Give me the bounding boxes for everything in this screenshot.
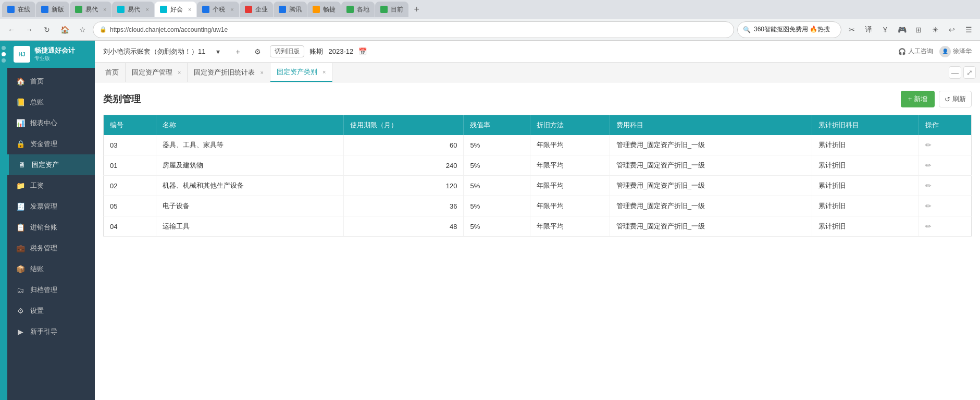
browser-tab-label-enterprise: 企业: [255, 5, 268, 14]
browser-tab-label-new: 新版: [52, 5, 64, 14]
tab-close-asset-category[interactable]: ×: [322, 69, 326, 75]
cell-accumulated-0: 累计折旧: [812, 135, 919, 155]
cell-id-1[interactable]: 01: [104, 155, 156, 176]
cell-action-1[interactable]: ✏: [919, 155, 971, 176]
url-text: https://cloud.chanjet.com/accounting/uw1…: [110, 26, 727, 33]
cell-action-0[interactable]: ✏: [919, 135, 971, 155]
browser-tab-tencent[interactable]: 腾讯: [274, 2, 307, 17]
browser-tab-haohui[interactable]: 好会 ×: [155, 2, 196, 17]
extensions-icon[interactable]: ✂: [845, 22, 859, 37]
browser-tab-close-haohui[interactable]: ×: [188, 6, 191, 13]
user-info-btn[interactable]: 👤 徐泽华: [939, 46, 972, 57]
brightness-icon[interactable]: ☀: [928, 22, 942, 37]
tab-depreciation-stats[interactable]: 固定资产折旧统计表 ×: [188, 63, 270, 82]
table-row: 01 房屋及建筑物 240 5% 年限平均 管理费用_固定资产折旧_一级 累计折…: [104, 155, 972, 176]
browser-tab-close-yidai2[interactable]: ×: [145, 6, 148, 13]
edit-btn-1[interactable]: ✏: [925, 161, 932, 169]
refresh-btn[interactable]: ↺ 刷新: [939, 91, 972, 107]
browser-toolbar-icons: ✂ 译 ¥ 🎮 ⊞ ☀ ↩ ☰: [845, 22, 976, 37]
tab-close-depreciation-stats[interactable]: ×: [260, 69, 263, 76]
browser-tab-enterprise[interactable]: 企业: [240, 2, 273, 17]
tab-minimize-btn[interactable]: —: [949, 66, 961, 79]
forward-button[interactable]: →: [22, 22, 36, 37]
browser-tab-yidai2[interactable]: 易代 ×: [112, 2, 154, 17]
sidebar-item-settings[interactable]: ⚙ 设置: [7, 300, 95, 321]
tab-home[interactable]: 首页: [99, 63, 126, 82]
browser-tab-close-yidai1[interactable]: ×: [103, 6, 106, 13]
cell-action-3[interactable]: ✏: [919, 196, 971, 216]
back-button[interactable]: ←: [4, 22, 19, 37]
browser-tab-tax[interactable]: 个税 ×: [197, 2, 239, 17]
edit-btn-3[interactable]: ✏: [925, 202, 932, 210]
sidebar-item-guide[interactable]: ▶ 新手引导: [7, 321, 95, 342]
sidebar-item-ledger[interactable]: 📒 总账: [7, 92, 95, 113]
browser-tab-online[interactable]: 在线: [2, 2, 35, 17]
col-header-residual-rate: 残值率: [464, 115, 530, 136]
browser-tab-label-yidai2: 易代: [128, 5, 140, 14]
cell-id-3[interactable]: 05: [104, 196, 156, 216]
switch-version-btn[interactable]: 切到旧版: [270, 45, 304, 57]
edit-btn-0[interactable]: ✏: [925, 141, 932, 149]
ledger-icon: 📒: [16, 98, 25, 107]
edit-btn-4[interactable]: ✏: [925, 222, 932, 231]
cell-action-2[interactable]: ✏: [919, 176, 971, 196]
inventory-icon: 📋: [16, 223, 25, 232]
cell-useful-life-1: 240: [343, 155, 463, 176]
left-dot-2: [2, 52, 6, 56]
cell-name-1: 房屋及建筑物: [156, 155, 344, 176]
account-dropdown-btn[interactable]: ▾: [210, 44, 225, 59]
add-btn[interactable]: + 新增: [901, 91, 935, 107]
sidebar-item-inventory[interactable]: 📋 进销台账: [7, 217, 95, 238]
reports-icon: 📊: [16, 118, 25, 128]
browser-tab-gedi[interactable]: 各地: [341, 2, 375, 17]
tab-asset-category-label: 固定资产类别: [277, 67, 317, 77]
browser-tab-changjie[interactable]: 畅捷: [307, 2, 341, 17]
sidebar-item-fixed-assets[interactable]: 🖥 固定资产: [7, 154, 95, 175]
browser-tab-yidai1[interactable]: 易代 ×: [70, 2, 111, 17]
cell-id-2[interactable]: 02: [104, 176, 156, 196]
tab-expand-btn[interactable]: ⤢: [963, 66, 976, 79]
edit-btn-2[interactable]: ✏: [925, 181, 932, 190]
undo-icon[interactable]: ↩: [945, 22, 959, 37]
settings-gear-btn[interactable]: ⚙: [250, 44, 265, 59]
customer-service-btn[interactable]: 🎧 人工咨询: [898, 47, 933, 56]
sidebar-item-funds[interactable]: 🔒 资金管理: [7, 134, 95, 154]
translate-icon[interactable]: 译: [861, 22, 876, 37]
url-bar[interactable]: 🔒 https://cloud.chanjet.com/accounting/u…: [93, 21, 734, 38]
bookmark-button[interactable]: ☆: [75, 22, 90, 37]
sidebar-item-home[interactable]: 🏠 首页: [7, 71, 95, 92]
home-button[interactable]: 🏠: [57, 22, 72, 37]
tab-fixed-assets-mgmt[interactable]: 固定资产管理 ×: [126, 63, 188, 82]
col-header-useful-life: 使用期限（月）: [343, 115, 463, 136]
search-bar[interactable]: 🔍 360智能抠图免费用 🔥热搜: [737, 21, 841, 38]
browser-tab-close-tax[interactable]: ×: [230, 6, 233, 13]
cell-action-4[interactable]: ✏: [919, 216, 971, 237]
tab-favicon-gedi: [346, 6, 354, 13]
sidebar-item-tax[interactable]: 💼 税务管理: [7, 238, 95, 259]
grid-icon[interactable]: ⊞: [911, 22, 926, 37]
sidebar-item-reports[interactable]: 📊 报表中心: [7, 113, 95, 134]
sidebar-item-payroll[interactable]: 📁 工资: [7, 175, 95, 196]
browser-tab-new[interactable]: 新版: [36, 2, 69, 17]
sidebar-item-invoice[interactable]: 🧾 发票管理: [7, 196, 95, 217]
tab-favicon-changjie: [313, 6, 320, 13]
reload-button[interactable]: ↻: [40, 22, 54, 37]
calendar-icon[interactable]: 📅: [358, 47, 367, 55]
cell-id-4[interactable]: 04: [104, 216, 156, 237]
sidebar-item-archive[interactable]: 🗂 归档管理: [7, 280, 95, 300]
table-header-row: 编号 名称 使用期限（月） 残值率 折旧方法 费用科目 累计折旧科目 操作: [104, 115, 972, 136]
cell-residual-rate-2: 5%: [464, 176, 530, 196]
browser-tab-muqian[interactable]: 目前: [375, 2, 408, 17]
tab-close-fixed-assets-mgmt[interactable]: ×: [178, 69, 181, 76]
currency-icon[interactable]: ¥: [878, 22, 892, 37]
cell-residual-rate-3: 5%: [464, 196, 530, 216]
cell-name-0: 器具、工具、家具等: [156, 135, 344, 155]
sidebar-item-settle[interactable]: 📦 结账: [7, 259, 95, 280]
tab-asset-category[interactable]: 固定资产类别 ×: [270, 63, 332, 82]
page-tabs: 首页 固定资产管理 × 固定资产折旧统计表 × 固定资产类别 × — ⤢: [95, 63, 980, 82]
browser-new-tab-btn[interactable]: +: [409, 2, 425, 17]
menu-icon[interactable]: ☰: [961, 22, 976, 37]
game-icon[interactable]: 🎮: [895, 22, 909, 37]
cell-id-0[interactable]: 03: [104, 135, 156, 155]
add-account-btn[interactable]: +: [230, 44, 245, 59]
